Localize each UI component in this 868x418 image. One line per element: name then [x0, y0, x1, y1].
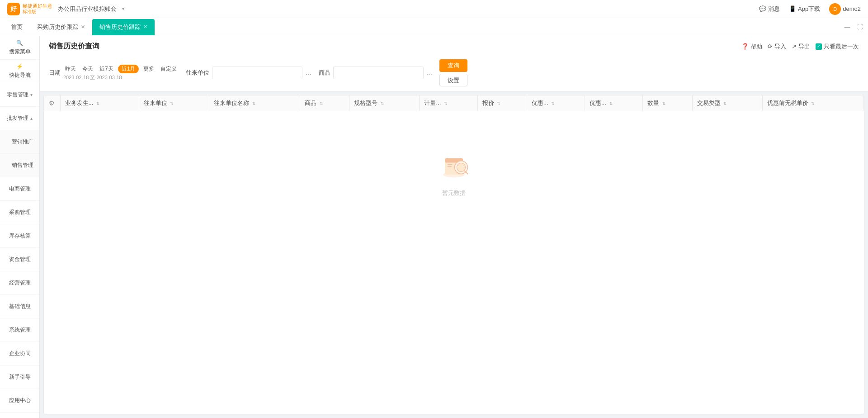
- app-title: 办公用品行业模拟账套: [58, 5, 117, 13]
- quick-nav-icon: ⚡: [16, 63, 23, 70]
- download-icon: 📱: [789, 5, 796, 12]
- col-settings: ⚙: [44, 95, 60, 111]
- col-spec[interactable]: 规格型号 ⇅: [349, 95, 420, 111]
- date-btn-1month[interactable]: 近1月: [118, 65, 139, 73]
- col-biz-date[interactable]: 业务发生... ⇅: [60, 95, 139, 111]
- product-input[interactable]: [333, 66, 424, 79]
- date-btn-more[interactable]: 更多: [142, 65, 156, 73]
- sidebar-item-newbie[interactable]: 新手引导: [0, 366, 39, 389]
- top-header: 好 畅捷通好生意 标准版 办公用品行业模拟账套 ▾ 💬 消息 📱 App下载 D…: [0, 0, 868, 18]
- sidebar-item-quick-nav[interactable]: ⚡ 快捷导航: [0, 60, 39, 83]
- sidebar-item-operations[interactable]: 经营管理: [0, 271, 39, 295]
- message-icon: 💬: [759, 5, 766, 12]
- import-icon: ⟳: [768, 43, 773, 50]
- help-icon: ❓: [741, 43, 749, 50]
- app-title-dropdown[interactable]: ▾: [122, 6, 124, 11]
- maximize-btn[interactable]: ⛶: [855, 23, 864, 32]
- message-action[interactable]: 💬 消息: [759, 5, 780, 13]
- table-header-row: ⚙ 业务发生... ⇅ 往来单位 ⇅ 往来单位名称 ⇅: [44, 95, 864, 111]
- col-trade-type[interactable]: 交易类型 ⇅: [692, 95, 762, 111]
- col-discount2[interactable]: 优惠... ⇅: [585, 95, 643, 111]
- col-partner-name[interactable]: 往来单位名称 ⇅: [209, 95, 300, 111]
- sort-pretax-icon: ⇅: [811, 101, 815, 106]
- empty-state-illustration: [436, 147, 472, 184]
- date-btn-yesterday[interactable]: 昨天: [63, 65, 78, 73]
- close-sales-tab[interactable]: ✕: [143, 24, 147, 30]
- page-title-row: 销售历史价查询 ❓ 帮助 ⟳ 导入 ↗ 导出 ✓: [49, 42, 859, 51]
- only-last-checkbox[interactable]: ✓ 只看最后一次: [816, 43, 859, 51]
- partner-dots[interactable]: ...: [305, 69, 311, 77]
- svg-point-4: [457, 163, 465, 171]
- export-action[interactable]: ↗ 导出: [792, 43, 810, 51]
- sort-partner-name-icon: ⇅: [252, 101, 256, 106]
- minimize-btn[interactable]: —: [843, 23, 852, 32]
- col-quote[interactable]: 报价 ⇅: [477, 95, 527, 111]
- sort-discount1-icon: ⇅: [551, 101, 555, 106]
- column-settings-icon[interactable]: ⚙: [49, 100, 55, 107]
- avatar: D: [829, 3, 841, 15]
- settings-button[interactable]: 设置: [439, 74, 467, 86]
- col-discount1[interactable]: 优惠... ⇅: [527, 95, 585, 111]
- checkbox-checked-icon: ✓: [816, 43, 822, 50]
- date-filter-group: 日期 昨天 今天 近7天 近1月 更多 自定义 2023-02-18 至 202…: [49, 65, 179, 81]
- partner-input[interactable]: [212, 66, 302, 79]
- empty-text: 暂元数据: [442, 189, 466, 197]
- sidebar-item-system[interactable]: 系统管理: [0, 318, 39, 342]
- col-unit[interactable]: 计量... ⇅: [420, 95, 477, 111]
- col-partner-code[interactable]: 往来单位 ⇅: [139, 95, 209, 111]
- main-layout: 🔍 搜索菜单 ⚡ 快捷导航 零售管理 ▾ 批发管理 ▴ 营销推广 销售管理 电商…: [0, 36, 868, 418]
- import-action[interactable]: ⟳ 导入: [768, 43, 786, 51]
- sort-trade-type-icon: ⇅: [723, 101, 727, 106]
- logo-area: 好 畅捷通好生意 标准版: [7, 3, 52, 15]
- sidebar-item-basics[interactable]: 基础信息: [0, 295, 39, 318]
- sort-biz-date-icon: ⇅: [96, 101, 100, 106]
- sidebar-item-finance[interactable]: 资金管理: [0, 248, 39, 271]
- content-area: 销售历史价查询 ❓ 帮助 ⟳ 导入 ↗ 导出 ✓: [40, 36, 868, 418]
- sidebar-item-sales-mgmt[interactable]: 销售管理: [0, 154, 39, 177]
- sidebar-item-enterprise[interactable]: 企业协同: [0, 342, 39, 366]
- empty-state-row: 暂元数据: [44, 111, 864, 234]
- sidebar-item-ecommerce[interactable]: 电商管理: [0, 177, 39, 201]
- header-left: 好 畅捷通好生意 标准版 办公用品行业模拟账套 ▾: [7, 3, 124, 15]
- page-header: 销售历史价查询 ❓ 帮助 ⟳ 导入 ↗ 导出 ✓: [40, 36, 868, 91]
- sidebar-item-marketing[interactable]: 营销推广: [0, 130, 39, 154]
- window-controls: — ⛶: [843, 23, 864, 32]
- col-qty[interactable]: 数量 ⇅: [643, 95, 692, 111]
- date-btn-custom[interactable]: 自定义: [159, 65, 179, 73]
- help-action[interactable]: ❓ 帮助: [741, 43, 762, 51]
- search-menu-icon: 🔍: [16, 40, 23, 46]
- date-options-row: 昨天 今天 近7天 近1月 更多 自定义 2023-02-18 至 2023-0…: [63, 65, 179, 81]
- product-dots[interactable]: ...: [426, 69, 432, 77]
- logo-icon: 好: [7, 3, 20, 15]
- col-product[interactable]: 商品 ⇅: [300, 95, 349, 111]
- user-action[interactable]: D demo2: [829, 3, 861, 15]
- close-purchase-tab[interactable]: ✕: [81, 24, 85, 30]
- search-button[interactable]: 查询: [439, 59, 467, 72]
- sidebar-item-corp-wechat[interactable]: 企业微信: [0, 413, 39, 418]
- header-right: 💬 消息 📱 App下载 D demo2: [759, 3, 861, 15]
- date-filter-label: 日期: [49, 69, 61, 77]
- partner-label: 往来单位: [186, 69, 209, 77]
- page-actions: ❓ 帮助 ⟳ 导入 ↗ 导出 ✓ 只看最后一次: [741, 43, 859, 51]
- table-container: ⚙ 业务发生... ⇅ 往来单位 ⇅ 往来单位名称 ⇅: [43, 95, 864, 414]
- tab-sales[interactable]: 销售历史价跟踪 ✕: [92, 19, 155, 35]
- sidebar-item-purchase[interactable]: 采购管理: [0, 201, 39, 224]
- sidebar-item-app-center[interactable]: 应用中心: [0, 389, 39, 413]
- sidebar: 🔍 搜索菜单 ⚡ 快捷导航 零售管理 ▾ 批发管理 ▴ 营销推广 销售管理 电商…: [0, 36, 40, 418]
- data-table: ⚙ 业务发生... ⇅ 往来单位 ⇅ 往来单位名称 ⇅: [44, 95, 864, 233]
- sort-quote-icon: ⇅: [497, 101, 500, 106]
- sidebar-item-inventory[interactable]: 库存核算: [0, 224, 39, 248]
- date-btn-7days[interactable]: 近7天: [98, 65, 115, 73]
- partner-filter-group: 往来单位 ...: [186, 66, 311, 79]
- wholesale-mgmt-arrow: ▴: [30, 116, 33, 121]
- tab-bar: 首页 采购历史价跟踪 ✕ 销售历史价跟踪 ✕ — ⛶: [0, 18, 868, 36]
- logo-text: 畅捷通好生意 标准版: [23, 3, 52, 14]
- tab-purchase[interactable]: 采购历史价跟踪 ✕: [30, 19, 92, 35]
- col-pretax-price[interactable]: 优惠前无税单价 ⇅: [762, 95, 863, 111]
- tab-home[interactable]: 首页: [4, 19, 30, 35]
- sidebar-item-retail-mgmt[interactable]: 零售管理 ▾: [0, 83, 39, 107]
- date-btn-today[interactable]: 今天: [80, 65, 95, 73]
- sidebar-item-wholesale-mgmt[interactable]: 批发管理 ▴: [0, 107, 39, 130]
- sidebar-item-search-menu[interactable]: 🔍 搜索菜单: [0, 36, 39, 60]
- app-download-action[interactable]: 📱 App下载: [789, 5, 820, 13]
